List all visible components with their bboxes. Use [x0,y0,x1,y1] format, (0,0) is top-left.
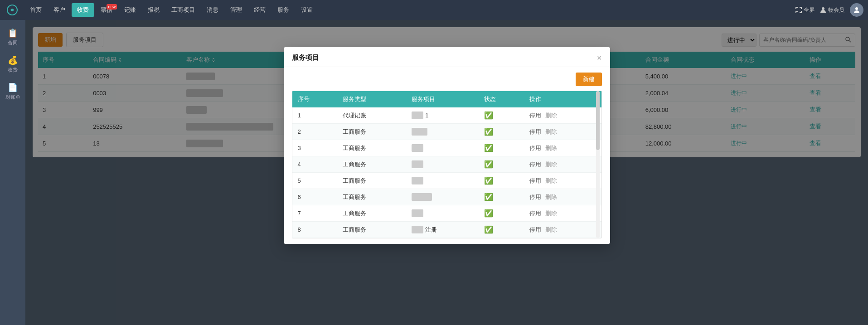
svg-rect-4 [801,7,802,9]
nav-customer[interactable]: 客户 [48,3,71,17]
svg-point-10 [855,7,858,10]
modal-cell-item: ██注册 [406,222,479,238]
modal-cell-status: ✅ [479,156,524,173]
contract-icon: 📋 [8,28,18,38]
nav-service[interactable]: 服务 [272,3,295,17]
stop-button[interactable]: 停用 [529,112,541,119]
nav-settings[interactable]: 设置 [296,3,318,17]
new-badge: new [107,4,117,10]
delete-button[interactable]: 删除 [545,145,557,151]
nav-home[interactable]: 首页 [24,3,47,17]
modal-cell-item: ██ [406,140,479,156]
modal-col-status: 状态 [479,91,524,107]
sidebar-item-statement[interactable]: 📄 对账单 [1,79,24,104]
modal-toolbar: 新建 [292,73,602,86]
sidebar-item-contract[interactable]: 📋 合同 [1,24,24,50]
modal-cell-type: 工商服务 [337,189,406,205]
top-nav-right: 全屏 畅会员 [795,3,863,17]
nav-business[interactable]: 工商项目 [166,3,200,17]
modal-header: 服务项目 × [284,47,610,67]
delete-button[interactable]: 删除 [545,210,557,217]
nav-tax[interactable]: 报税 [142,3,165,17]
modal-table-row: 5 工商服务 ██ ✅ 停用 删除 [292,173,601,189]
modal-cell-type: 工商服务 [337,173,406,189]
modal-cell-actions[interactable]: 停用 删除 [524,205,601,222]
modal-new-button[interactable]: 新建 [576,73,602,86]
fullscreen-label: 全屏 [804,6,815,14]
stop-button[interactable]: 停用 [529,210,541,217]
nav-manage[interactable]: 管理 [225,3,247,17]
delete-button[interactable]: 删除 [545,112,557,119]
modal-cell-item: ██ [406,156,479,173]
stop-button[interactable]: 停用 [529,145,541,151]
modal-cell-status: ✅ [479,140,524,156]
stop-button[interactable]: 停用 [529,161,541,168]
modal-cell-actions[interactable]: 停用 删除 [524,140,601,156]
svg-point-9 [822,7,824,10]
fullscreen-btn[interactable]: 全屏 [795,6,815,14]
modal-col-item: 服务项目 [406,91,479,107]
stop-button[interactable]: 停用 [529,226,541,233]
modal-close-button[interactable]: × [597,54,602,62]
modal-title: 服务项目 [292,53,319,62]
scrollbar-thumb[interactable] [596,91,600,150]
user-avatar[interactable] [850,3,863,17]
nav-invoice[interactable]: 票据 new [95,3,118,17]
modal-cell-item: ██1 [406,107,479,124]
delete-button[interactable]: 删除 [545,128,557,135]
modal-cell-type: 工商服务 [337,140,406,156]
modal-cell-type: 工商服务 [337,124,406,140]
stop-button[interactable]: 停用 [529,128,541,135]
service-modal: 服务项目 × 新建 序号 服务类型 服务项目 状态 操作 [284,47,610,244]
modal-cell-no: 4 [292,156,338,173]
sidebar-contract-label: 合同 [8,39,18,46]
modal-col-type: 服务类型 [337,91,406,107]
modal-table-row: 1 代理记账 ██1 ✅ 停用 删除 [292,107,601,124]
modal-cell-no: 1 [292,107,338,124]
modal-table-row: 6 工商服务 ████ ✅ 停用 删除 [292,189,601,205]
nav-message[interactable]: 消息 [201,3,224,17]
delete-button[interactable]: 删除 [545,177,557,184]
nav-bookkeeping[interactable]: 记账 [119,3,141,17]
delete-button[interactable]: 删除 [545,194,557,200]
nav-items: 首页 客户 收费 票据 new 记账 报税 工商项目 消息 管理 经营 服务 设… [24,3,795,17]
modal-cell-actions[interactable]: 停用 删除 [524,156,601,173]
modal-cell-type: 工商服务 [337,156,406,173]
modal-cell-item: ██ [406,173,479,189]
sidebar-item-fee[interactable]: 💰 收费 [1,52,24,77]
modal-table-row: 2 工商服务 ███ ✅ 停用 删除 [292,124,601,140]
modal-col-action: 操作 [524,91,601,107]
modal-cell-type: 工商服务 [337,222,406,238]
modal-cell-type: 代理记账 [337,107,406,124]
nav-operation[interactable]: 经营 [248,3,271,17]
modal-cell-actions[interactable]: 停用 删除 [524,189,601,205]
top-nav: 首页 客户 收费 票据 new 记账 报税 工商项目 消息 管理 经营 服务 设… [0,0,868,20]
modal-cell-item: ███ [406,124,479,140]
modal-table-row: 8 工商服务 ██注册 ✅ 停用 删除 [292,222,601,238]
scrollbar-track[interactable] [596,91,600,238]
member-btn[interactable]: 畅会员 [820,6,844,14]
modal-service-table: 序号 服务类型 服务项目 状态 操作 1 代理记账 ██1 ✅ 停用 删除 2 … [292,91,601,238]
modal-cell-actions[interactable]: 停用 删除 [524,107,601,124]
modal-cell-no: 8 [292,222,338,238]
delete-button[interactable]: 删除 [545,161,557,168]
svg-rect-2 [795,7,796,9]
stop-button[interactable]: 停用 [529,194,541,200]
sidebar-fee-label: 收费 [8,67,18,73]
modal-cell-status: ✅ [479,124,524,140]
modal-cell-no: 5 [292,173,338,189]
modal-cell-no: 3 [292,140,338,156]
stop-button[interactable]: 停用 [529,177,541,184]
fee-icon: 💰 [8,55,18,65]
modal-table-wrap[interactable]: 序号 服务类型 服务项目 状态 操作 1 代理记账 ██1 ✅ 停用 删除 2 … [292,91,602,238]
sidebar: 📋 合同 💰 收费 📄 对账单 [0,20,25,325]
modal-cell-actions[interactable]: 停用 删除 [524,173,601,189]
nav-fee[interactable]: 收费 [72,3,94,17]
modal-overlay[interactable]: 服务项目 × 新建 序号 服务类型 服务项目 状态 操作 [25,20,868,325]
modal-col-no: 序号 [292,91,338,107]
modal-cell-actions[interactable]: 停用 删除 [524,222,601,238]
delete-button[interactable]: 删除 [545,226,557,233]
modal-cell-actions[interactable]: 停用 删除 [524,124,601,140]
modal-cell-no: 6 [292,189,338,205]
modal-body: 新建 序号 服务类型 服务项目 状态 操作 1 代理记账 [284,67,610,244]
